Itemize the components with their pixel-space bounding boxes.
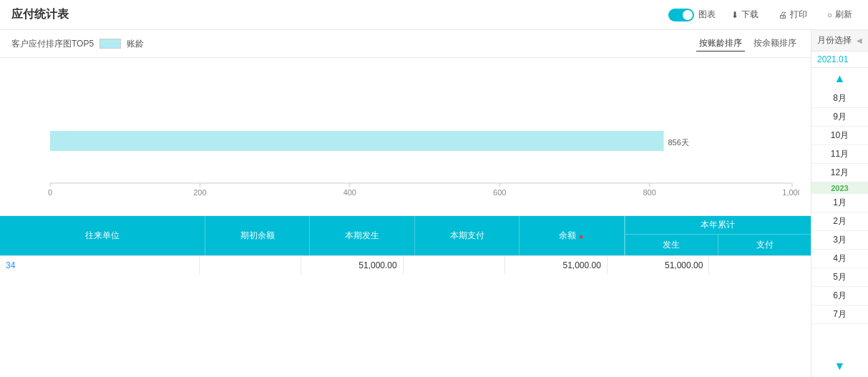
- th-unit: 往来单位: [0, 216, 205, 255]
- th-ytd-group: 本年累计 发生 支付: [625, 216, 811, 255]
- print-button[interactable]: 🖨 打印: [774, 7, 811, 22]
- sidebar-panel: 月份选择 ◀ 2021.01 ▲ 8月 9月 10月 11月 12月 2023 …: [811, 30, 868, 377]
- sidebar-month-6[interactable]: 6月: [811, 287, 868, 305]
- svg-text:200: 200: [193, 188, 206, 197]
- legend-title: 客户应付排序图TOP5: [11, 38, 94, 50]
- svg-text:600: 600: [493, 188, 506, 197]
- sidebar-month-5[interactable]: 5月: [811, 268, 868, 287]
- chart-toggle-wrap[interactable]: 图表: [668, 9, 716, 21]
- chart-bar: [50, 131, 664, 151]
- download-icon: ⬇: [731, 10, 738, 20]
- sidebar-months-list: 8月 9月 10月 11月 12月 2023 1月 2月 3月 4月 5月 6月…: [811, 89, 868, 356]
- sidebar-month-11[interactable]: 11月: [811, 145, 868, 164]
- chart-legend: 客户应付排序图TOP5 账龄: [11, 38, 144, 50]
- sidebar-month-2[interactable]: 2月: [811, 212, 868, 231]
- refresh-icon: ○: [827, 10, 832, 20]
- sidebar-month-12[interactable]: 12月: [811, 164, 868, 182]
- month-down-button[interactable]: ▼: [829, 358, 852, 374]
- sidebar-month-1[interactable]: 1月: [811, 194, 868, 212]
- balance-flag-icon: ▲: [577, 232, 585, 240]
- th-ytd-occur: 发生: [625, 235, 718, 255]
- th-current-occur: 本期发生: [310, 216, 415, 255]
- sort-by-age-button[interactable]: 按账龄排序: [696, 36, 745, 52]
- td-unit: 34: [0, 256, 200, 275]
- td-current-occur: 51,000.00: [301, 256, 404, 275]
- chart-top-bar: 客户应付排序图TOP5 账龄 按账龄排序 按余额排序: [0, 30, 811, 58]
- th-ytd-pay: 支付: [718, 235, 811, 255]
- month-up-button[interactable]: ▲: [829, 71, 852, 87]
- sidebar-title-label: 月份选择: [817, 34, 852, 46]
- td-ytd-occur: 51,000.00: [608, 256, 710, 275]
- td-ytd-pay: [709, 256, 811, 275]
- refresh-button[interactable]: ○ 刷新: [823, 7, 857, 22]
- td-opening-balance: [200, 256, 302, 275]
- download-button[interactable]: ⬇ 下载: [727, 7, 763, 22]
- sort-by-balance-button[interactable]: 按余额排序: [751, 36, 799, 52]
- sidebar-month-8[interactable]: 8月: [811, 89, 868, 108]
- table-row: 34 51,000.00 51,000.00 51,000.00: [0, 255, 811, 275]
- td-current-pay: [404, 256, 506, 275]
- unit-link[interactable]: 34: [6, 260, 15, 270]
- sidebar-year-display: 2021.01: [811, 52, 868, 68]
- td-balance: 51,000.00: [505, 256, 608, 275]
- legend-color-box: [99, 39, 121, 49]
- th-opening-balance: 期初余额: [205, 216, 311, 255]
- th-balance: 余额 ▲: [520, 216, 625, 255]
- print-icon: 🖨: [779, 10, 787, 20]
- svg-text:1,000: 1,000: [782, 188, 799, 197]
- sidebar-month-3[interactable]: 3月: [811, 231, 868, 250]
- table-area: 往来单位 期初余额 本期发生 本期支付 余额 ▲ 本年累计 发生 支付: [0, 215, 811, 275]
- sidebar-month-9[interactable]: 9月: [811, 108, 868, 127]
- svg-text:856天: 856天: [668, 138, 689, 147]
- table-header: 往来单位 期初余额 本期发生 本期支付 余额 ▲ 本年累计 发生 支付: [0, 216, 811, 255]
- chart-svg: 34 856天 0 200 400: [43, 65, 799, 208]
- chart-toggle[interactable]: [668, 9, 694, 21]
- page-title: 应付统计表: [11, 7, 69, 22]
- sidebar-month-4[interactable]: 4月: [811, 250, 868, 268]
- th-ytd-label: 本年累计: [625, 216, 811, 235]
- sidebar-month-7[interactable]: 7月: [811, 305, 868, 324]
- svg-text:400: 400: [343, 188, 356, 197]
- sort-buttons: 按账龄排序 按余额排序: [696, 36, 799, 52]
- sidebar-header: 月份选择 ◀: [811, 30, 868, 52]
- legend-color-label: 账龄: [127, 38, 144, 50]
- th-ytd-sub: 发生 支付: [625, 235, 811, 255]
- sidebar-year-2023: 2023: [811, 182, 868, 194]
- svg-text:0: 0: [48, 188, 52, 197]
- sidebar-nav-up[interactable]: ▲: [811, 68, 868, 89]
- chart-toggle-label: 图表: [698, 9, 716, 21]
- sidebar-month-10[interactable]: 10月: [811, 127, 868, 145]
- sidebar-collapse-icon[interactable]: ◀: [857, 36, 862, 44]
- sidebar-nav-down[interactable]: ▼: [811, 356, 868, 377]
- th-current-pay: 本期支付: [415, 216, 520, 255]
- svg-text:800: 800: [643, 188, 655, 197]
- header-actions: 图表 ⬇ 下载 🖨 打印 ○ 刷新: [668, 7, 857, 22]
- chart-canvas: 34 856天 0 200 400: [0, 58, 811, 215]
